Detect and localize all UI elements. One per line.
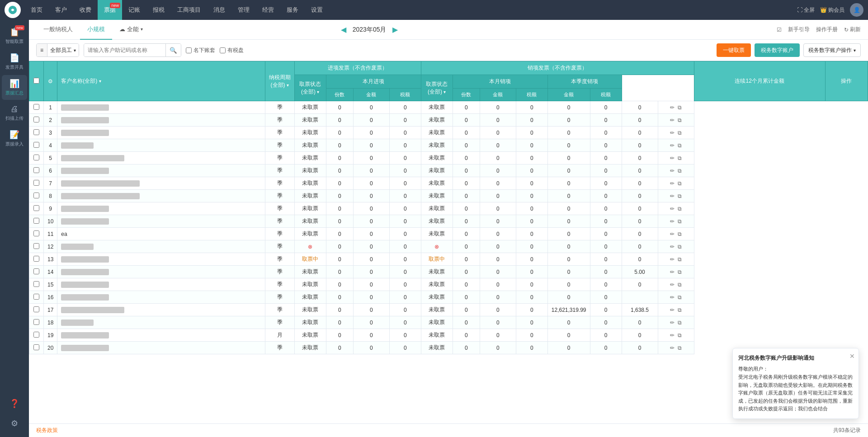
help-button[interactable]: ❓ [6, 395, 23, 412]
sidebar-item-smart-ticket[interactable]: 📋 智能取票 new [2, 23, 27, 48]
copy-icon[interactable]: ⧉ [678, 180, 682, 187]
nav-message[interactable]: 消息 [207, 0, 231, 20]
row-checkbox[interactable] [33, 180, 39, 186]
col-select-all[interactable] [29, 61, 44, 101]
avatar[interactable]: 👤 [850, 3, 863, 17]
edit-icon[interactable]: ✏ [670, 168, 675, 174]
copy-icon[interactable]: ⧉ [678, 320, 682, 326]
col-client-name[interactable]: 客户名称(全部) ▾ [57, 61, 265, 101]
edit-icon[interactable]: ✏ [670, 269, 675, 275]
digital-account-ops-button[interactable]: 税务数字账户操作 ▾ [803, 43, 861, 57]
nav-business[interactable]: 工商项目 [171, 0, 207, 20]
select-all-checkbox[interactable] [33, 78, 39, 84]
row-checkbox[interactable] [33, 344, 39, 350]
edit-icon[interactable]: ✏ [670, 332, 675, 338]
row-checkbox[interactable] [33, 230, 39, 236]
row-checkbox-cell[interactable] [29, 316, 44, 329]
copy-icon[interactable]: ⧉ [678, 282, 682, 288]
filter-cycle-icon[interactable]: ▾ [287, 83, 289, 88]
copy-icon[interactable]: ⧉ [678, 130, 682, 136]
edit-icon[interactable]: ✏ [670, 155, 675, 161]
edit-icon[interactable]: ✏ [670, 345, 675, 351]
row-checkbox[interactable] [33, 268, 39, 274]
nav-operation[interactable]: 经营 [256, 0, 280, 20]
refresh-button[interactable]: ↻ 刷新 [844, 26, 861, 33]
checkbox-subaccount[interactable] [186, 47, 192, 53]
fullscreen-button[interactable]: ⛶ 全屏 [797, 6, 815, 14]
edit-icon[interactable]: ✏ [670, 117, 675, 123]
settings-gear-icon[interactable]: ⚙ [48, 78, 53, 85]
col-out-status[interactable]: 取票状态(全部) ▾ [421, 75, 453, 101]
operation-manual-button[interactable]: 操作手册 [816, 26, 838, 33]
sidebar-item-invoice-open[interactable]: 📄 发票开具 [2, 49, 27, 74]
copy-icon[interactable]: ⧉ [678, 168, 682, 174]
tab-general-taxpayer[interactable]: 一般纳税人 [36, 20, 80, 40]
prev-month-button[interactable]: ◀ [338, 24, 349, 35]
row-checkbox[interactable] [33, 142, 39, 148]
row-checkbox-cell[interactable] [29, 342, 44, 354]
row-checkbox-cell[interactable] [29, 215, 44, 228]
nav-service[interactable]: 服务 [280, 0, 305, 20]
nav-client[interactable]: 客户 [49, 0, 73, 20]
row-checkbox-cell[interactable] [29, 329, 44, 342]
row-checkbox-cell[interactable] [29, 152, 44, 164]
edit-icon[interactable]: ✏ [670, 104, 675, 111]
copy-icon[interactable]: ⧉ [678, 332, 682, 338]
row-checkbox-cell[interactable] [29, 164, 44, 177]
copy-icon[interactable]: ⧉ [678, 206, 682, 212]
copy-icon[interactable]: ⧉ [678, 345, 682, 351]
row-checkbox-cell[interactable] [29, 253, 44, 266]
row-checkbox-cell[interactable] [29, 202, 44, 215]
edit-icon[interactable]: ✏ [670, 130, 675, 136]
digital-account-button[interactable]: 税务数字账户 [755, 43, 800, 57]
copy-icon[interactable]: ⧉ [678, 155, 682, 161]
row-checkbox[interactable] [33, 129, 39, 135]
edit-icon[interactable]: ✏ [670, 307, 675, 313]
row-checkbox-cell[interactable] [29, 304, 44, 316]
row-checkbox-cell[interactable] [29, 101, 44, 114]
search-button[interactable]: 🔍 [165, 44, 181, 56]
sidebar-item-invoice-entry[interactable]: 📝 票据录入 [2, 126, 27, 151]
row-checkbox-cell[interactable] [29, 266, 44, 278]
copy-icon[interactable]: ⧉ [678, 231, 682, 237]
row-checkbox[interactable] [33, 281, 39, 287]
nav-tax[interactable]: 报税 [146, 0, 171, 20]
edit-icon[interactable]: ✏ [670, 180, 675, 187]
nav-home[interactable]: 首页 [24, 0, 49, 20]
row-checkbox[interactable] [33, 205, 39, 211]
label-taxdisk[interactable]: 有税盘 [220, 47, 244, 54]
filter-in-status-icon[interactable]: ▾ [317, 89, 319, 94]
edit-icon[interactable]: ✏ [670, 231, 675, 237]
edit-icon[interactable]: ✏ [670, 320, 675, 326]
copy-icon[interactable]: ⧉ [678, 269, 682, 275]
row-checkbox[interactable] [33, 332, 39, 338]
row-checkbox-cell[interactable] [29, 177, 44, 190]
nav-charge[interactable]: 收费 [73, 0, 98, 20]
row-checkbox-cell[interactable] [29, 240, 44, 253]
nav-ticket[interactable]: 票据 new [98, 0, 122, 20]
row-checkbox-cell[interactable] [29, 278, 44, 291]
filter-name-icon[interactable]: ▾ [99, 79, 101, 84]
filter-out-status-icon[interactable]: ▾ [443, 89, 446, 94]
tax-policy-link[interactable]: 税务政策 [36, 427, 58, 434]
nav-settings[interactable]: 设置 [305, 0, 329, 20]
label-subaccount[interactable]: 名下账套 [186, 47, 215, 54]
edit-icon[interactable]: ✏ [670, 282, 675, 288]
row-checkbox[interactable] [33, 155, 39, 160]
row-checkbox-cell[interactable] [29, 291, 44, 304]
copy-icon[interactable]: ⧉ [678, 117, 682, 123]
copy-icon[interactable]: ⧉ [678, 218, 682, 225]
copy-icon[interactable]: ⧉ [678, 307, 682, 313]
tab-full[interactable]: ☁ 全能 ▾ [112, 20, 150, 40]
edit-icon[interactable]: ✏ [670, 218, 675, 225]
row-checkbox-cell[interactable] [29, 228, 44, 240]
search-input[interactable] [84, 44, 165, 56]
copy-icon[interactable]: ⧉ [678, 256, 682, 263]
copy-icon[interactable]: ⧉ [678, 104, 682, 111]
row-checkbox-cell[interactable] [29, 114, 44, 127]
row-checkbox[interactable] [33, 167, 39, 173]
edit-icon[interactable]: ✏ [670, 256, 675, 263]
edit-icon[interactable]: ✏ [670, 193, 675, 199]
copy-icon[interactable]: ⧉ [678, 142, 682, 149]
row-checkbox-cell[interactable] [29, 127, 44, 139]
